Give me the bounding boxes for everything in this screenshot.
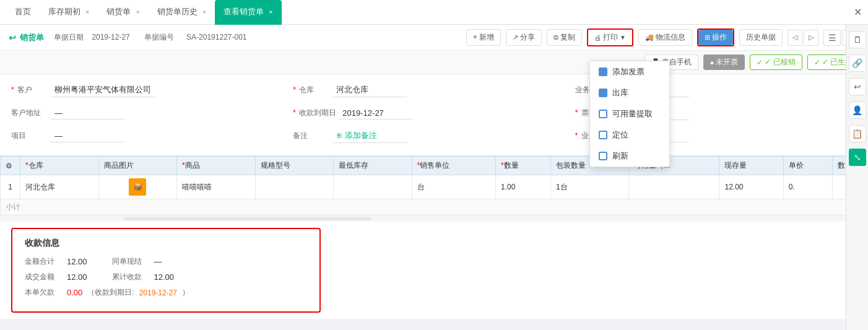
operation-highlight: ⊞ 操作 (697, 28, 734, 46)
copy-button[interactable]: ⧉ 复制 (547, 29, 582, 46)
tab-sales-history[interactable]: 销货单历史 × (149, 0, 215, 25)
sidebar-link-btn[interactable]: 🔗 (849, 54, 866, 72)
payment-row-3: 本单欠款 0.00 （收款到期日: 2019-12-27 ） (25, 287, 307, 298)
view-list[interactable]: ☰ (823, 30, 841, 46)
outbound-icon (599, 89, 607, 97)
sidebar-notes-btn[interactable]: 🗒 (849, 31, 866, 48)
outbound-item[interactable]: 出库 (590, 82, 669, 103)
table-row: 1 河北仓库 📦 嘻嘻嘻嘻 台 1.00 1台 12.00 0. (1, 175, 868, 199)
project-value[interactable]: — (51, 130, 125, 142)
deal-amount-value: 12.00 (67, 272, 87, 282)
add-note-btn[interactable]: ⊕ 添加备注 (332, 129, 407, 143)
address-field: 客户地址 — (11, 107, 293, 119)
doc-header-right: + 新增 ↗ 分享 ⧉ 复制 🖨 打印 ▼ 🚚 物流信息 (466, 28, 859, 46)
row-index: 1 (1, 175, 20, 199)
note-field: 备注 ⊕ 添加备注 (293, 129, 575, 143)
subtotal-label: 小计 (1, 199, 868, 215)
history-button[interactable]: 历史单据 (739, 29, 783, 46)
row-min-stock (334, 175, 412, 199)
col-spec: 规格型号 (255, 157, 334, 175)
table-body: 1 河北仓库 📦 嘻嘻嘻嘻 台 1.00 1台 12.00 0. (1, 175, 868, 215)
tab-home[interactable]: 首页 (6, 0, 40, 25)
row-product: 嘻嘻嘻嘻 (177, 175, 256, 199)
locate-icon (599, 131, 607, 139)
col-warehouse: *仓库 (20, 157, 99, 175)
doc-header: ↩ 销货单 单据日期 2019-12-27 单据编号 SA-20191227-0… (0, 25, 868, 51)
deal-amount-item: 成交金额 12.00 (25, 272, 87, 282)
payment-row-2: 成交金额 12.00 累计收款 12.00 (25, 272, 307, 282)
tab-close-view-sales[interactable]: × (269, 8, 272, 15)
col-product: *商品 (177, 157, 256, 175)
date-value: 2019-12-27 (92, 33, 129, 41)
refresh-icon (599, 152, 607, 160)
this-order-item: 本单欠款 0.00 （收款到期日: 2019-12-27 ） (25, 287, 189, 298)
tab-close-sales-order[interactable]: × (136, 8, 139, 15)
tab-view-sales[interactable]: 查看销货单 × (215, 0, 281, 25)
nav-arrows: ◁ ▷ (788, 30, 818, 46)
outbound-label: 出库 (612, 87, 628, 98)
warehouse-value[interactable]: 河北仓库 (332, 83, 407, 97)
not-open-btn[interactable]: ● 未开票 (703, 54, 745, 70)
add-invoice-item[interactable]: 添加发票 (590, 61, 669, 82)
col-unit: *销售单位 (412, 157, 496, 175)
address-value[interactable]: — (51, 107, 125, 119)
amount-total-value: 12.00 (67, 257, 87, 266)
logistics-button[interactable]: 🚚 物流信息 (638, 29, 692, 46)
col-qty: *数量 (496, 157, 551, 175)
verified-btn[interactable]: ✓ ✓ 已核销 (750, 54, 802, 70)
payment-date-value[interactable]: 2019-12-27 (339, 107, 413, 119)
nav-prev[interactable]: ◁ (788, 30, 802, 46)
form-row-3: 项目 — 备注 ⊕ 添加备注 * 业务员孟 — (11, 129, 857, 143)
data-table: ⚙ *仓库 商品图片 *商品 规格型号 最低库存 *销售单位 *数量 包装数量 … (0, 156, 868, 215)
refresh-item[interactable]: 刷新 (590, 145, 669, 167)
row-image: 📦 (98, 175, 177, 199)
row-price: 0. (783, 175, 833, 199)
customer-value[interactable]: 柳州粤港平安气体有限公司 (51, 83, 155, 97)
available-qty-label: 可用量提取 (612, 108, 653, 119)
sidebar-user-btn[interactable]: 👤 (849, 102, 866, 119)
nav-next[interactable]: ▷ (804, 30, 818, 46)
add-invoice-icon (599, 67, 607, 76)
operation-button[interactable]: ⊞ 操作 (698, 30, 733, 45)
this-order-value: 0.00 (67, 288, 82, 297)
table-header: ⚙ *仓库 商品图片 *商品 规格型号 最低库存 *销售单位 *数量 包装数量 … (1, 157, 868, 175)
tab-close-inventory[interactable]: × (85, 8, 89, 15)
tab-bar: 首页 库存期初 × 销货单 × 销货单历史 × 查看销货单 × ✕ (0, 0, 868, 25)
payment-info-title: 收款信息 (25, 238, 307, 249)
row-unit: 台 (412, 175, 496, 199)
window-close-button[interactable]: ✕ (854, 6, 862, 18)
print-button[interactable]: 🖨 打印 ▼ (588, 30, 632, 45)
sidebar-clip-btn[interactable]: 📋 (849, 125, 866, 142)
form-section: * 客户 柳州粤港平安气体有限公司 * 仓库 河北仓库 业务员 演示账号 (0, 74, 868, 155)
form-row-1: * 客户 柳州粤港平安气体有限公司 * 仓库 河北仓库 业务员 演示账号 (11, 83, 857, 97)
add-button[interactable]: + 新增 (466, 29, 501, 46)
available-qty-item[interactable]: 可用量提取 (590, 103, 669, 124)
no-label: 单据编号 (144, 33, 174, 41)
right-sidebar: 🗒 🔗 ↩ 👤 📋 ⤡ (846, 25, 868, 319)
tab-inventory-init[interactable]: 库存期初 × (40, 0, 98, 25)
doc-header-left: ↩ 销货单 单据日期 2019-12-27 单据编号 SA-20191227-0… (9, 32, 253, 43)
sidebar-expand-btn[interactable]: ⤡ (849, 149, 866, 166)
second-toolbar: 📱 来自手机 ● 未开票 ✓ ✓ 已核销 ✓ ✓ 已生效 (0, 51, 868, 74)
sidebar-back-btn[interactable]: ↩ (849, 78, 866, 95)
payment-row-1: 金额合计 12.00 同单现结 — (25, 256, 307, 267)
col-min-stock: 最低库存 (334, 157, 412, 175)
warehouse-field: * 仓库 河北仓库 (293, 83, 575, 97)
main-content: ↩ 销货单 单据日期 2019-12-27 单据编号 SA-20191227-0… (0, 25, 868, 319)
payment-info: 收款信息 金额合计 12.00 同单现结 — 成交金额 12.00 累计收款 (11, 228, 321, 313)
row-available (629, 175, 719, 199)
tab-close-sales-history[interactable]: × (202, 8, 206, 15)
doc-meta: 单据日期 2019-12-27 单据编号 SA-20191227-001 (54, 32, 253, 43)
add-invoice-label: 添加发票 (612, 66, 644, 77)
same-order-value: — (154, 257, 162, 266)
tab-sales-order[interactable]: 销货单 × (98, 0, 148, 25)
project-field: 项目 — (11, 130, 293, 142)
date-label: 单据日期 (54, 33, 84, 41)
print-op-highlight: 🖨 打印 ▼ (587, 28, 633, 46)
operation-dropdown: 添加发票 出库 可用量提取 定位 刷新 (589, 61, 670, 167)
available-qty-icon (599, 110, 607, 118)
col-settings[interactable]: ⚙ (1, 157, 20, 175)
locate-item[interactable]: 定位 (590, 124, 669, 145)
share-button[interactable]: ↗ 分享 (506, 29, 542, 46)
row-spec (255, 175, 334, 199)
